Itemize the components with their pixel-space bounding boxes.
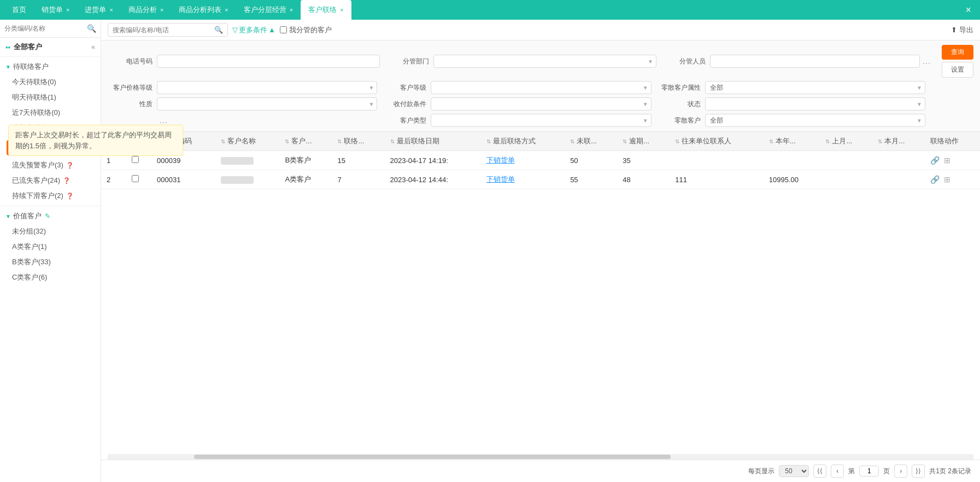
manager-input[interactable] xyxy=(710,55,920,68)
last-method-link[interactable]: 下销货单 xyxy=(486,156,515,164)
sidebar-item-b-class[interactable]: B类客户(33) xyxy=(0,254,101,270)
dept-select[interactable] xyxy=(433,55,656,68)
sidebar-item-a-class[interactable]: A类客户(1) xyxy=(0,239,101,254)
retail-customer-select[interactable]: 全部 xyxy=(705,114,925,127)
sort-icon: ⇅ xyxy=(675,138,679,144)
customer-type-select[interactable] xyxy=(431,114,651,127)
page-suffix: 页 xyxy=(883,467,890,476)
sidebar-item-tomorrow[interactable]: 明天待联络(1) xyxy=(0,90,101,105)
th-this-month[interactable]: ⇅本月... xyxy=(872,132,925,151)
field-retail-attr: 零散客户属性 全部 ▼ xyxy=(656,81,925,94)
export-button[interactable]: ⬆ 导出 xyxy=(951,25,973,35)
dept-label: 分管部门 xyxy=(384,57,433,66)
window-close-button[interactable]: × xyxy=(961,4,976,16)
link-icon[interactable]: 🔗 xyxy=(930,175,940,184)
nav-home[interactable]: 首页 xyxy=(4,0,34,20)
th-overdue[interactable]: ⇅逾期... xyxy=(617,132,670,151)
settings-button[interactable]: 设置 xyxy=(942,62,973,78)
grid-icon[interactable]: ⊞ xyxy=(944,156,950,165)
close-icon[interactable]: × xyxy=(225,7,228,13)
sidebar-item-lost[interactable]: 已流失客户(24) ❓ xyxy=(0,173,101,188)
sort-icon: ⇅ xyxy=(221,138,225,144)
query-button[interactable]: 查询 xyxy=(942,45,973,60)
row-checkbox[interactable] xyxy=(132,175,139,182)
grid-icon[interactable]: ⊞ xyxy=(944,175,950,184)
link-icon[interactable]: 🔗 xyxy=(930,156,940,165)
th-last-date[interactable]: ⇅最后联络日期 xyxy=(385,132,481,151)
total-records-label: 共1页 2条记录 xyxy=(929,467,971,476)
sidebar-pending-header[interactable]: ▼ 待联络客户 xyxy=(0,59,101,74)
more-conditions-button[interactable]: ▽ 更多条件 ▲ xyxy=(232,25,275,35)
retail-attr-select[interactable]: 全部 xyxy=(705,81,925,94)
td-last-method[interactable]: 下销货单 xyxy=(481,170,565,189)
payment-select[interactable] xyxy=(431,97,651,111)
next-page-button[interactable]: › xyxy=(894,464,907,478)
last-page-button[interactable]: ⟩⟩ xyxy=(912,464,925,478)
sort-icon: ⇅ xyxy=(769,138,773,144)
customer-grade-label: 客户等级 xyxy=(382,83,431,92)
close-icon[interactable]: × xyxy=(109,7,113,13)
more-icon[interactable]: … xyxy=(920,56,933,66)
search-input[interactable] xyxy=(113,26,214,34)
nav-product-analysis[interactable]: 商品分析 × xyxy=(121,0,171,20)
th-type[interactable]: ⇅客户... xyxy=(279,132,332,151)
phone-input[interactable] xyxy=(157,55,380,68)
last-method-link[interactable]: 下销货单 xyxy=(486,175,515,183)
prev-page-button[interactable]: ‹ xyxy=(831,464,844,478)
sidebar-item-ungrouped[interactable]: 未分组(32) xyxy=(0,224,101,239)
help-icon[interactable]: ❓ xyxy=(63,177,71,184)
search-icon[interactable]: 🔍 xyxy=(214,26,223,34)
nav-customer-tier[interactable]: 客户分层经营 × xyxy=(236,0,301,20)
sidebar-item-c-class[interactable]: C类客户(6) xyxy=(0,270,101,285)
help-icon[interactable]: ❓ xyxy=(66,162,74,169)
td-this-year xyxy=(764,151,820,170)
th-contact2[interactable]: ⇅往来单位联系人 xyxy=(670,132,764,151)
th-name[interactable]: ⇅客户名称 xyxy=(215,132,279,151)
table-body: 1 000039 B类客户 15 2023-04-17 14:19: 下销货单 … xyxy=(101,151,980,189)
field-dots: … xyxy=(108,115,377,125)
th-last-method[interactable]: ⇅最后联络方式 xyxy=(481,132,565,151)
th-this-year[interactable]: ⇅本年... xyxy=(764,132,820,151)
close-icon[interactable]: × xyxy=(340,7,343,13)
th-uncontacted[interactable]: ⇅未联... xyxy=(565,132,617,151)
td-last-method[interactable]: 下销货单 xyxy=(481,151,565,170)
close-icon[interactable]: × xyxy=(66,7,69,13)
my-customer-checkbox[interactable] xyxy=(280,26,287,33)
price-grade-select[interactable] xyxy=(157,81,377,94)
sidebar-search-icon[interactable]: 🔍 xyxy=(87,24,96,33)
sidebar-item-7days[interactable]: 近7天待联络(0) xyxy=(0,105,101,120)
scrollbar-thumb[interactable] xyxy=(194,455,670,459)
td-contact2 xyxy=(670,151,764,170)
per-page-select[interactable]: 50 100 xyxy=(779,465,809,477)
sidebar-item-loss-warning[interactable]: 流失预警客户(3) ❓ xyxy=(0,158,101,173)
th-contact-count[interactable]: ⇅联络... xyxy=(332,132,384,151)
sidebar-value-group-header[interactable]: ▼ 价值客户 ✎ xyxy=(0,208,101,224)
td-contact2: 111 xyxy=(670,170,764,189)
th-last-month[interactable]: ⇅上月... xyxy=(820,132,872,151)
row-checkbox[interactable] xyxy=(132,156,139,163)
status-select[interactable] xyxy=(705,97,925,111)
customer-grade-select[interactable] xyxy=(431,81,651,94)
close-icon[interactable]: × xyxy=(160,7,163,13)
nature-label: 性质 xyxy=(108,100,157,109)
horizontal-scrollbar[interactable] xyxy=(108,454,973,460)
page-input[interactable] xyxy=(859,466,879,477)
td-this-year: 10995.00 xyxy=(764,170,820,189)
nav-sales[interactable]: 销货单 × xyxy=(34,0,77,20)
help-icon[interactable]: ❓ xyxy=(66,193,74,199)
close-icon[interactable]: × xyxy=(290,7,293,13)
sidebar-collapse-button[interactable]: « xyxy=(91,43,95,51)
nav-customer-contact[interactable]: 客户联络 × xyxy=(301,0,351,20)
nature-select[interactable] xyxy=(157,97,377,111)
first-page-button[interactable]: ⟨⟨ xyxy=(813,464,826,478)
sidebar-search-input[interactable] xyxy=(4,25,87,32)
nav-product-list[interactable]: 商品分析列表 × xyxy=(171,0,236,20)
my-customer-checkbox-wrap: 我分管的客户 xyxy=(280,25,332,35)
edit-icon[interactable]: ✎ xyxy=(45,212,50,220)
sidebar-item-declining[interactable]: 持续下滑客户(2) ❓ xyxy=(0,188,101,204)
dots-icon[interactable]: … xyxy=(157,115,170,125)
td-type: A类客户 xyxy=(279,170,332,189)
td-contact-count: 15 xyxy=(332,151,384,170)
sidebar-item-today[interactable]: 今天待联络(0) xyxy=(0,74,101,90)
nav-purchase[interactable]: 进货单 × xyxy=(77,0,120,20)
